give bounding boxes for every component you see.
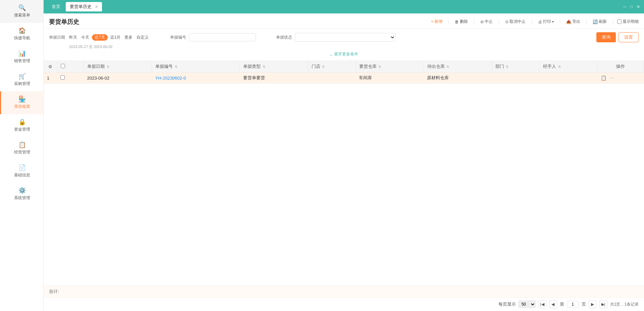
cell-handler-0 — [539, 73, 597, 84]
th-checkbox — [57, 61, 84, 73]
display-detail-btn[interactable]: 显示明细 — [617, 19, 639, 25]
th-req-warehouse[interactable]: 要货仓库 ⇅ — [356, 61, 424, 73]
date-shortcut-近7天[interactable]: 近7天 — [92, 34, 108, 41]
page-title: 要货单历史 — [49, 18, 79, 26]
sidebar-item-sales[interactable]: 📊 销售管理 — [0, 46, 43, 69]
date-shortcuts: 昨天今天近7天近1月更多自定义 — [68, 34, 150, 41]
table-footer: 合计: — [44, 285, 644, 297]
refresh-btn[interactable]: 🔄 刷新 — [591, 17, 609, 26]
doc-status-select[interactable] — [295, 33, 395, 42]
th-store[interactable]: 门店 ⇅ — [308, 61, 356, 73]
next-page-btn[interactable]: ▶ — [589, 300, 597, 308]
th-settings[interactable]: ⚙ — [44, 61, 57, 73]
cell-pending-warehouse-0: 原材料仓库 — [424, 73, 492, 84]
per-page-select[interactable]: 2050100200 — [519, 301, 536, 308]
date-filter-group: 单据日期 昨天今天近7天近1月更多自定义 — [49, 34, 150, 41]
cancel-stop-btn[interactable]: ⊙ 取消中止 — [503, 17, 528, 26]
date-shortcut-昨天[interactable]: 昨天 — [68, 34, 78, 41]
cell-department-0 — [492, 73, 539, 84]
print-dropdown-icon: ▾ — [552, 20, 554, 24]
query-btn[interactable]: 查询 — [596, 32, 616, 42]
finance-label: 资金管理 — [14, 127, 30, 132]
basic-info-label: 基础信息 — [14, 172, 30, 178]
doc-number-link-0[interactable]: YH-20230602-0 — [155, 76, 186, 81]
settings-btn[interactable]: 设置 — [619, 32, 639, 42]
close-btn[interactable]: ✕ — [637, 4, 640, 9]
minimize-btn[interactable]: ─ — [623, 4, 626, 9]
cell-doc-date-0: 2023-06-02 — [84, 73, 152, 84]
cell-checkbox-0 — [57, 73, 84, 84]
tab-label-requisition-history: 要货单历史 — [70, 4, 92, 10]
table-area: ⚙ 单据日期 ⇅ 单据编号 ⇅ 单据类型 ⇅ 门店 ⇅ 要货仓库 ⇅ 待出仓库 … — [44, 61, 644, 285]
filter-area: 单据日期 昨天今天近7天近1月更多自定义 单据编号 单据状态 — [44, 29, 644, 61]
inventory-label: 库存核算 — [14, 104, 30, 109]
date-shortcut-更多[interactable]: 更多 — [123, 34, 134, 41]
maximize-btn[interactable]: □ — [630, 4, 633, 9]
operations-icon: 📋 — [18, 142, 26, 148]
sidebar-item-operations[interactable]: 📋 经营管理 — [0, 137, 43, 160]
sidebar-item-inventory[interactable]: 🏪 库存核算 — [0, 91, 43, 114]
date-shortcut-自定义[interactable]: 自定义 — [135, 34, 150, 41]
print-icon: 🖨 — [538, 19, 542, 24]
display-detail-checkbox[interactable] — [617, 19, 622, 24]
sort-icon-department: ⇅ — [506, 65, 508, 69]
chevron-down-icon: ⌄ — [329, 52, 333, 57]
sidebar-item-basic-info[interactable]: 📄 基础信息 — [0, 160, 43, 183]
action-more-0[interactable]: ⋯ — [609, 75, 614, 81]
th-doc-type[interactable]: 单据类型 ⇅ — [240, 61, 308, 73]
print-btn[interactable]: 🖨 打印 ▾ — [536, 17, 556, 26]
cancel-stop-icon: ⊙ — [505, 19, 508, 24]
th-handler[interactable]: 经手人 ⇅ — [539, 61, 597, 73]
sidebar: 🔍 搜索菜单 🏠 快捷导航 📊 销售管理 🛒 采购管理 🏪 库存核算 🔒 资金管… — [0, 0, 44, 311]
date-filter-label: 单据日期 — [49, 35, 65, 40]
sidebar-item-finance[interactable]: 🔒 资金管理 — [0, 114, 43, 137]
tab-requisition-history[interactable]: 要货单历史✕ — [66, 2, 102, 11]
th-doc-number[interactable]: 单据编号 ⇅ — [152, 61, 240, 73]
stop-icon: ⊘ — [480, 19, 484, 24]
export-btn[interactable]: 📤 导出 — [564, 17, 582, 26]
tab-close-requisition-history[interactable]: ✕ — [95, 5, 98, 9]
doc-number-label: 单据编号 — [170, 35, 186, 40]
cell-req-warehouse-0: 车间库 — [356, 73, 424, 84]
stop-btn[interactable]: ⊘ 中止 — [478, 17, 495, 26]
th-doc-date[interactable]: 单据日期 ⇅ — [84, 61, 152, 73]
select-all-checkbox[interactable] — [61, 64, 65, 68]
sidebar-item-search-menu[interactable]: 🔍 搜索菜单 — [0, 0, 43, 23]
delete-icon: 🗑 — [455, 19, 459, 24]
new-btn[interactable]: + 新增 — [429, 17, 444, 26]
expand-more-btn[interactable]: ⌄ 展开更多条件 — [49, 51, 639, 57]
doc-number-filter-group: 单据编号 — [170, 33, 256, 41]
date-shortcut-今天[interactable]: 今天 — [80, 34, 91, 41]
date-shortcut-近1月[interactable]: 近1月 — [109, 34, 122, 41]
doc-number-input[interactable] — [189, 33, 256, 41]
page-header: 要货单历史 + 新增 🗑 删除 ⊘ 中止 ⊙ 取消中止 — [44, 13, 644, 29]
action-edit-0[interactable]: 📋 — [601, 75, 606, 81]
finance-icon: 🔒 — [18, 119, 26, 125]
delete-btn[interactable]: 🗑 删除 — [453, 17, 470, 26]
total-info: 共1页，1条记录 — [610, 302, 639, 307]
prev-page-btn[interactable]: ◀ — [549, 300, 557, 308]
doc-status-label: 单据状态 — [276, 35, 292, 40]
topbar-right: ─ □ ✕ — [623, 4, 640, 9]
cell-doc-type-0: 要货单要货 — [240, 73, 308, 84]
sidebar-item-quick-nav[interactable]: 🏠 快捷导航 — [0, 23, 43, 46]
pagination-bar: 每页显示 2050100200 |◀ ◀ 第 页 ▶ ▶| 共1页，1条记录 — [44, 297, 644, 311]
tab-home[interactable]: 首页 — [48, 2, 64, 11]
sidebar-item-system[interactable]: ⚙️ 系统管理 — [0, 183, 43, 206]
per-page-label: 每页显示 — [498, 301, 516, 307]
row-checkbox-0[interactable] — [60, 75, 65, 80]
th-department[interactable]: 部门 ⇅ — [492, 61, 539, 73]
table-row: 1 2023-06-02 YH-20230602-0 要货单要货 车间库 原材料… — [44, 73, 644, 84]
sidebar-item-purchase[interactable]: 🛒 采购管理 — [0, 69, 43, 91]
last-page-btn[interactable]: ▶| — [599, 300, 607, 308]
toolbar: + 新增 🗑 删除 ⊘ 中止 ⊙ 取消中止 🖨 — [429, 17, 639, 26]
main-area: 首页要货单历史✕ ─ □ ✕ 要货单历史 + 新增 🗑 删除 ⊘ 中止 — [44, 0, 644, 311]
page-input[interactable] — [567, 301, 579, 308]
cell-actions-0: 📋 ⋯ — [597, 73, 644, 84]
first-page-btn[interactable]: |◀ — [538, 300, 546, 308]
sort-icon-doc-number: ⇅ — [175, 65, 177, 69]
th-pending-warehouse[interactable]: 待出仓库 ⇅ — [424, 61, 492, 73]
quick-nav-icon: 🏠 — [18, 28, 26, 34]
refresh-icon: 🔄 — [593, 19, 598, 24]
sales-label: 销售管理 — [14, 58, 30, 64]
